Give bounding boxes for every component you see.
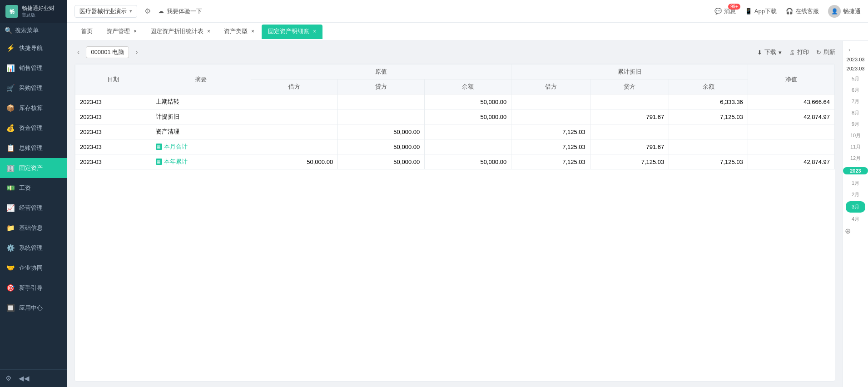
service-icon: 🎧 (786, 8, 793, 15)
sidebar-item-capital[interactable]: 💰 资金管理 (0, 118, 67, 138)
company-selector[interactable]: 医疗器械行业演示 ▾ (74, 5, 137, 18)
date-cell: 2023-03 (75, 139, 151, 154)
table-row: 2023-03 计提折旧 50,000.00 791.67 7,125.03 4… (75, 109, 835, 124)
sidebar-item-sales[interactable]: 📊 销售管理 (0, 58, 67, 78)
orig-credit-cell (338, 94, 425, 109)
net-value-cell: 42,874.97 (748, 109, 834, 124)
date-cell: 2023-03 (75, 154, 151, 169)
sidebar-item-basic-info[interactable]: 📁 基础信息 (0, 218, 67, 238)
orig-debit-cell (251, 124, 338, 139)
settings-button[interactable]: ⚙ (5, 374, 11, 382)
experience-icon: ☁ (158, 8, 164, 15)
sidebar-item-quick-nav[interactable]: ⚡ 快捷导航 (0, 38, 67, 58)
sales-icon: 📊 (5, 63, 15, 73)
orig-balance-cell (425, 124, 511, 139)
timeline-month-item[interactable]: 8月 (843, 107, 868, 119)
th-net-value: 净值 (748, 64, 834, 94)
asset-nav-right: ⬇ 下载 ▾ 🖨 打印 ↻ 刷新 (757, 48, 835, 56)
table-row: 2023-03 资产清理 50,000.00 7,125.03 (75, 124, 835, 139)
capital-icon: 💰 (5, 123, 15, 133)
sidebar-item-guide[interactable]: 🎯 新手引导 (0, 278, 67, 298)
sidebar-item-cooperation[interactable]: 🤝 企业协同 (0, 258, 67, 278)
acc-balance-cell: 6,333.36 (669, 94, 748, 109)
orig-credit-cell (338, 109, 425, 124)
timeline-month-item[interactable]: 7月 (843, 96, 868, 107)
date-cell: 2023-03 (75, 94, 151, 109)
logo-text: 畅捷通好业财 普及版 (22, 5, 55, 18)
net-value-cell (748, 124, 834, 139)
date-cell: 2023-03 (75, 109, 151, 124)
asset-nav: ‹ 000001 电脑 › ⬇ 下载 ▾ 🖨 打印 (74, 46, 835, 58)
sidebar-nav: ⚡ 快捷导航 📊 销售管理 🛒 采购管理 📦 库存核算 💰 资金管理 📋 总账管… (0, 38, 67, 369)
app-download-button[interactable]: 📱 App下载 (745, 7, 777, 15)
timeline-month-item[interactable]: 4月 (843, 213, 868, 225)
table-row: 2023-03 ▦本月合计 50,000.00 7,125.03 791.67 (75, 139, 835, 154)
acc-debit-cell: 7,125.03 (511, 139, 590, 154)
timeline-month-item[interactable]: 12月 (843, 153, 868, 164)
prev-asset-button[interactable]: ‹ (74, 47, 82, 57)
sidebar-item-app-center[interactable]: 🔲 应用中心 (0, 298, 67, 318)
orig-credit-cell: 50,000.00 (338, 124, 425, 139)
tab-asset-mgmt[interactable]: 资产管理 × (100, 25, 143, 39)
timeline-month-item[interactable]: 5月 (843, 73, 868, 84)
sidebar-bottom: ⚙ ◀◀ (0, 369, 67, 387)
tab-asset-type[interactable]: 资产类型 × (218, 25, 261, 39)
acc-credit-cell: 791.67 (590, 139, 669, 154)
tab-depreciation[interactable]: 固定资产折旧统计表 × (144, 25, 217, 39)
avatar: 👤 (828, 5, 841, 18)
timeline-collapse-button[interactable]: › (847, 45, 852, 55)
tab-close-depreciation[interactable]: × (207, 28, 210, 35)
net-value-cell: 42,874.97 (748, 154, 834, 169)
settings-gear-icon[interactable]: ⚙ (143, 5, 153, 17)
tab-close-asset-type[interactable]: × (251, 28, 254, 35)
timeline-expand-button[interactable]: ⊕ (843, 225, 868, 237)
table-row: 2023-03 ▦本年累计 50,000.00 50,000.00 50,000… (75, 154, 835, 169)
collapse-sidebar-button[interactable]: ◀◀ (19, 374, 30, 382)
timeline-header2: 2023.03 (847, 64, 865, 73)
th-orig-debit: 借方 (251, 79, 338, 94)
page-content: ‹ 000001 电脑 › ⬇ 下载 ▾ 🖨 打印 (67, 41, 868, 387)
tab-asset-detail[interactable]: 固定资产明细账 × (262, 25, 322, 39)
tab-close-asset-mgmt[interactable]: × (134, 28, 137, 35)
date-cell: 2023-03 (75, 124, 151, 139)
sidebar-item-ledger[interactable]: 📋 总账管理 (0, 138, 67, 158)
sidebar-item-fixed-assets[interactable]: 🏢 固定资产 (0, 158, 67, 178)
timeline-month-item[interactable]: 3月 (846, 201, 865, 213)
acc-debit-cell: 7,125.03 (511, 154, 590, 169)
sidebar: 畅 畅捷通好业财 普及版 🔍 搜索菜单 ⚡ 快捷导航 📊 销售管理 🛒 采购管理… (0, 0, 67, 387)
experience-button[interactable]: ☁ 我要体验一下 (158, 7, 202, 15)
online-service-button[interactable]: 🎧 在线客服 (786, 7, 819, 15)
timeline-month-item[interactable]: 2月 (843, 189, 868, 200)
tab-home[interactable]: 首页 (74, 25, 99, 39)
print-button[interactable]: 🖨 打印 (789, 48, 809, 56)
sidebar-item-operations[interactable]: 📈 经营管理 (0, 198, 67, 218)
refresh-icon: ↻ (816, 49, 821, 56)
notification-button[interactable]: 💬 消息 99+ (714, 7, 736, 15)
guide-icon: 🎯 (5, 283, 15, 293)
sidebar-item-system[interactable]: ⚙️ 系统管理 (0, 238, 67, 258)
download-button[interactable]: ⬇ 下载 ▾ (757, 48, 782, 56)
timeline-month-item[interactable]: 9月 (843, 119, 868, 130)
net-value-cell: 43,666.64 (748, 94, 834, 109)
app-center-icon: 🔲 (5, 303, 15, 313)
sidebar-item-salary[interactable]: 💵 工资 (0, 178, 67, 198)
cooperation-icon: 🤝 (5, 263, 15, 273)
timeline-month-item[interactable]: 1月 (843, 178, 868, 189)
quick-nav-icon: ⚡ (5, 43, 15, 53)
timeline-month-item[interactable]: 10月 (843, 130, 868, 141)
tabs-bar: 首页 资产管理 × 固定资产折旧统计表 × 资产类型 × 固定资产明细账 × (67, 23, 868, 41)
next-asset-button[interactable]: › (133, 47, 140, 57)
tab-close-asset-detail[interactable]: × (313, 28, 316, 35)
sidebar-item-inventory[interactable]: 📦 库存核算 (0, 98, 67, 118)
data-table: 日期 摘要 原值 累计折旧 净值 借方 贷方 余额 借方 贷方 余额 (75, 64, 835, 169)
orig-balance-cell: 50,000.00 (425, 109, 511, 124)
company-name: 医疗器械行业演示 (79, 7, 127, 15)
th-orig-credit: 贷方 (338, 79, 425, 94)
user-profile[interactable]: 👤 畅捷通 (828, 5, 861, 18)
timeline-month-item[interactable]: 11月 (843, 141, 868, 153)
refresh-button[interactable]: ↻ 刷新 (816, 48, 835, 56)
timeline-month-item[interactable]: 6月 (843, 84, 868, 96)
sidebar-item-purchase[interactable]: 🛒 采购管理 (0, 78, 67, 98)
sidebar-search[interactable]: 🔍 搜索菜单 (0, 23, 67, 38)
summary-cell: 计提折旧 (151, 109, 251, 124)
